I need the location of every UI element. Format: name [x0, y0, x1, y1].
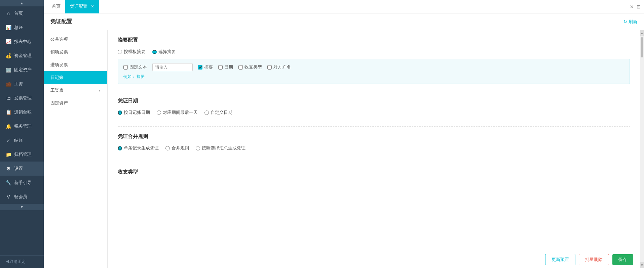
left-nav-sales-invoice[interactable]: 销项发票	[44, 46, 107, 58]
sidebar-item-report[interactable]: 📈 报表中心	[0, 35, 44, 49]
vip-icon: V	[5, 194, 11, 199]
scroll-thumb[interactable]	[641, 37, 643, 57]
window-restore-icon[interactable]: ⊡	[637, 4, 641, 9]
sales-ledger-icon: 📋	[5, 109, 11, 115]
sidebar-item-guide[interactable]: 🔧 新手引导	[0, 176, 44, 190]
sidebar-item-archive[interactable]: 📁 归档管理	[0, 147, 44, 162]
ledger-icon: 📊	[5, 25, 11, 30]
invoice-mgmt-icon: 🗂	[5, 95, 11, 101]
summary-fields-row: 固定文本 摘要 日期	[123, 63, 624, 71]
summary-select-option[interactable]: 选择摘要	[152, 49, 176, 55]
income-expense-checkbox-label[interactable]: 收支类型	[238, 64, 262, 70]
sidebar-item-sales-ledger[interactable]: 📋 进销台账	[0, 105, 44, 119]
summary-select-radio[interactable]	[152, 50, 157, 54]
scroll-up-button[interactable]: ▲	[640, 30, 644, 36]
income-expense-field-label: 收支类型	[244, 64, 262, 70]
sidebar-item-settle-label: 结账	[14, 137, 23, 143]
period-last-option[interactable]: 对应期间最后一天	[157, 109, 198, 116]
journal-date-option[interactable]: 按日记账日期	[118, 109, 150, 116]
custom-date-option[interactable]: 自定义日期	[204, 109, 232, 116]
sidebar-item-invoice-mgmt[interactable]: 🗂 发票管理	[0, 91, 44, 105]
left-nav-journal-label: 日记账	[50, 75, 64, 81]
fixed-text-checkbox-label[interactable]: 固定文本	[123, 64, 147, 70]
select-merge-option[interactable]: 按照选择汇总生成凭证	[196, 145, 245, 151]
fixed-text-label: 固定文本	[129, 64, 147, 70]
sidebar-item-guide-label: 新手引导	[14, 180, 32, 186]
sidebar-unpin-button[interactable]: ◀取消固定	[0, 255, 44, 268]
archive-icon: 📁	[5, 152, 11, 157]
period-last-label: 对应期间最后一天	[163, 109, 198, 116]
sidebar-item-home-label: 首页	[14, 10, 23, 16]
section-voucher-date: 凭证日期 按日记账日期 对应期间最后一天	[118, 98, 630, 127]
window-close-icon[interactable]: ✕	[630, 4, 634, 9]
left-nav-payroll[interactable]: 工资表 ▾	[44, 84, 107, 97]
left-nav-fixed-assets[interactable]: 固定资产	[44, 97, 107, 109]
sidebar-item-settings[interactable]: ⚙ 设置	[0, 162, 44, 176]
summary-checkbox-label[interactable]: 摘要	[198, 64, 213, 70]
sidebar-item-vip-label: 畅会员	[14, 194, 27, 200]
fixed-text-input[interactable]	[152, 63, 193, 71]
sidebar-item-sales-ledger-label: 进销台账	[14, 109, 32, 115]
sidebar-item-settle[interactable]: ✓ 结账	[0, 133, 44, 147]
summary-checkbox[interactable]	[198, 65, 202, 70]
income-expense-checkbox[interactable]	[238, 65, 243, 70]
sidebar-item-vip[interactable]: V 畅会员	[0, 190, 44, 204]
settings-icon: ⚙	[5, 166, 11, 171]
summary-template-radio[interactable]	[118, 50, 122, 54]
custom-date-label: 自定义日期	[211, 109, 232, 116]
sidebar-scroll-down[interactable]: ▼	[0, 204, 44, 210]
tab-voucher-config[interactable]: 凭证配置 ✕	[65, 0, 99, 13]
date-checkbox-label[interactable]: 日期	[218, 64, 233, 70]
sidebar-item-fund[interactable]: 💰 资金管理	[0, 49, 44, 63]
tab-home[interactable]: 首页	[47, 0, 65, 13]
salary-icon: 💼	[5, 81, 11, 87]
sidebar-item-home[interactable]: ⌂ 首页	[0, 6, 44, 20]
period-last-radio[interactable]	[157, 110, 161, 115]
counterpart-checkbox-label[interactable]: 对方户名	[267, 64, 291, 70]
sidebar-item-fixed-assets[interactable]: 🏢 固定资产	[0, 63, 44, 77]
page-title: 凭证配置	[50, 18, 72, 25]
date-checkbox[interactable]	[218, 65, 223, 70]
content-area: 凭证配置 ↻ 刷新 公共选项 销项发票 进项发票 日记账	[44, 13, 644, 268]
chevron-down-icon: ▾	[99, 88, 101, 93]
custom-date-radio[interactable]	[204, 110, 209, 115]
select-merge-radio[interactable]	[196, 146, 200, 150]
summary-config-box: 固定文本 摘要 日期	[118, 59, 630, 84]
sidebar-scroll-up[interactable]: ▲	[0, 0, 44, 6]
merge-option[interactable]: 合并规则	[165, 145, 189, 151]
save-button[interactable]: 保存	[612, 254, 633, 265]
bottom-action-bar: 更新预置 批量删除 保存	[108, 251, 640, 268]
journal-date-radio[interactable]	[118, 110, 122, 115]
report-icon: 📈	[5, 39, 11, 44]
sidebar: ▲ ⌂ 首页 📊 总账 📈 报表中心 💰 资金管理 🏢 固定资产 💼 工资 🗂 …	[0, 0, 44, 268]
sidebar-item-tax[interactable]: 🔔 税务管理	[0, 119, 44, 133]
batch-delete-button[interactable]: 批量删除	[579, 254, 609, 265]
summary-example: 例如： 摘要	[123, 74, 624, 80]
summary-field-label: 摘要	[204, 64, 213, 70]
tab-close-icon[interactable]: ✕	[91, 4, 94, 9]
summary-template-option[interactable]: 按模板摘要	[118, 49, 146, 55]
update-preview-button[interactable]: 更新预置	[545, 254, 575, 265]
section-merge-rule-title: 凭证合并规则	[118, 133, 630, 140]
left-nav-public[interactable]: 公共选项	[44, 33, 107, 46]
counterpart-checkbox[interactable]	[267, 65, 272, 70]
sidebar-item-ledger[interactable]: 📊 总账	[0, 20, 44, 35]
section-income-expense-title: 收支类型	[118, 169, 630, 175]
left-nav-purchase-invoice-label: 进项发票	[50, 62, 68, 68]
section-summary: 摘要配置 按模板摘要 选择摘要	[118, 37, 630, 91]
refresh-button[interactable]: ↻ 刷新	[623, 19, 637, 25]
tab-list: 首页 凭证配置 ✕	[47, 0, 99, 13]
single-radio[interactable]	[118, 146, 122, 150]
scroll-down-button[interactable]: ▼	[640, 262, 644, 268]
tax-icon: 🔔	[5, 124, 11, 129]
sidebar-item-salary[interactable]: 💼 工资	[0, 77, 44, 91]
right-content: 摘要配置 按模板摘要 选择摘要	[108, 30, 640, 251]
section-merge-rule: 凭证合并规则 单条记录生成凭证 合并规则	[118, 133, 630, 162]
left-nav-purchase-invoice[interactable]: 进项发票	[44, 58, 107, 71]
merge-rule-option-row: 单条记录生成凭证 合并规则 按照选择汇总生成凭证	[118, 145, 630, 151]
left-nav-journal[interactable]: 日记账	[44, 71, 107, 84]
merge-radio[interactable]	[165, 146, 170, 150]
single-option[interactable]: 单条记录生成凭证	[118, 145, 159, 151]
fixed-text-checkbox[interactable]	[123, 65, 128, 70]
outer-scrollbar: ▲ ▼	[640, 30, 644, 268]
